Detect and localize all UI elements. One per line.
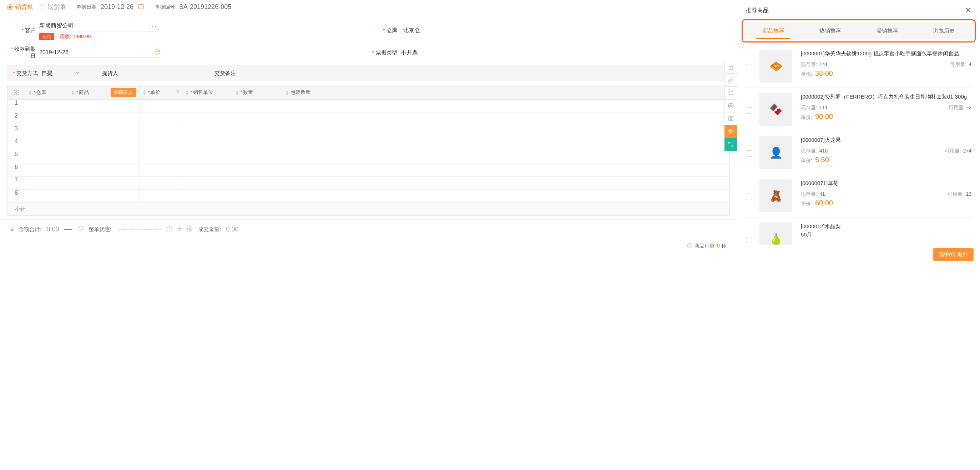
product-name: [00000071]草莓 <box>801 179 971 188</box>
discount-input[interactable] <box>118 229 161 229</box>
help-icon[interactable]: ? <box>176 89 179 96</box>
deal-amount-label: 成交金额: <box>198 226 221 233</box>
panel-title: 推荐商品 <box>746 7 769 14</box>
table-row[interactable]: 7 <box>8 177 729 190</box>
svg-rect-0 <box>138 5 143 9</box>
target-icon[interactable] <box>187 226 193 233</box>
product-name: [0000002]费列罗（FERRERO）巧克力礼盒装生日礼物礼盒装01-300… <box>801 93 971 101</box>
product-image: 🍐 <box>759 223 792 245</box>
amount-total-label: 金额合计: <box>19 226 41 233</box>
product-item: 🧇[0000001]华美华夫软饼1200g 糕点零食小吃手撕面包早餐休闲食品现存… <box>746 45 971 88</box>
svg-point-6 <box>189 228 191 229</box>
product-image: 🧇 <box>759 49 792 83</box>
paydate-field[interactable]: 2019-12-26 <box>39 48 154 57</box>
tab-1[interactable]: 热销推荐 <box>802 22 859 39</box>
product-count-label: 商品种类: <box>695 243 716 249</box>
calendar-icon[interactable] <box>154 49 161 56</box>
picker-field[interactable] <box>122 69 193 77</box>
product-checkbox[interactable] <box>746 107 752 113</box>
product-name: [0000012]水晶梨50斤 <box>801 223 971 239</box>
deal-amount-value: 0.00 <box>226 226 239 233</box>
product-item: 🧸[00000071]草莓现存量:41可用量:13单价:60.00 <box>746 174 971 218</box>
warehouse-field[interactable]: 北京仓 <box>401 25 472 36</box>
side-refund-icon[interactable] <box>724 99 737 112</box>
date-value[interactable]: 2019-12-26 <box>101 3 134 11</box>
product-checkbox[interactable] <box>746 237 752 243</box>
subtotal-label: 小计 <box>8 206 33 212</box>
table-row[interactable]: 4 <box>8 138 729 151</box>
discount-label: 整单优惠: <box>89 226 111 233</box>
svg-rect-1 <box>155 50 160 54</box>
invoice-type-field[interactable]: 不开票 <box>401 49 418 56</box>
help-icon[interactable] <box>166 226 173 233</box>
number-label: 单据编号 <box>155 4 175 10</box>
lock-icon[interactable] <box>77 226 84 233</box>
table-row[interactable]: 5 <box>8 151 729 164</box>
side-yen-icon[interactable] <box>724 112 737 125</box>
table-row[interactable]: 6 <box>8 164 729 177</box>
product-count-value: 0 <box>717 243 720 249</box>
product-checkbox[interactable] <box>746 64 752 70</box>
radio-sales-order[interactable]: 销货单 <box>7 3 33 11</box>
tab-0[interactable]: 新品推荐 <box>745 22 802 39</box>
list-icon <box>687 244 695 250</box>
product-name: [0000001]华美华夫软饼1200g 糕点零食小吃手撕面包早餐休闲食品 <box>801 49 971 58</box>
number-value: SA-20191226-005 <box>179 3 231 11</box>
chevron-down-icon[interactable] <box>74 70 81 77</box>
product-checkbox[interactable] <box>746 150 752 157</box>
tab-3[interactable]: 浏览历史 <box>916 22 973 39</box>
product-name: [0000007]火龙果 <box>801 136 971 144</box>
minus-icon: — <box>64 225 72 234</box>
equals-icon: = <box>178 225 182 234</box>
radio-return-order[interactable]: 退货单 <box>40 3 66 11</box>
side-sync-icon[interactable] <box>724 86 737 99</box>
product-image: 👤 <box>759 136 792 169</box>
amount-total-value: 0.00 <box>47 226 59 233</box>
side-link-icon[interactable] <box>724 73 737 86</box>
table-row[interactable]: 2 <box>8 113 729 125</box>
date-label: 单据日期 <box>76 4 96 10</box>
side-star-icon[interactable] <box>724 125 737 138</box>
product-checkbox[interactable] <box>746 194 752 200</box>
table-settings-icon[interactable] <box>8 85 25 99</box>
side-expand-icon[interactable] <box>724 138 737 151</box>
receivable-text: 应收: 1390.00 <box>58 33 91 39</box>
table-row[interactable]: 8 <box>8 190 729 202</box>
product-image: 🍫 <box>759 93 792 126</box>
customer-more-icon[interactable]: ··· <box>145 22 161 30</box>
svg-point-5 <box>188 226 193 231</box>
svg-point-2 <box>15 91 17 93</box>
tab-2[interactable]: 滞销推荐 <box>859 22 916 39</box>
product-item: 🍐[0000012]水晶梨50斤 <box>746 218 971 245</box>
delivery-method-select[interactable]: 自提 <box>41 70 53 77</box>
product-item: 🍫[0000002]费列罗（FERRERO）巧克力礼盒装生日礼物礼盒装01-30… <box>746 88 971 131</box>
calendar-icon[interactable] <box>138 3 144 11</box>
product-item: 👤[0000007]火龙果现存量:410可用量:274单价:5.50 <box>746 131 971 174</box>
table-row[interactable]: 1 <box>8 100 729 113</box>
product-image: 🧸 <box>759 179 792 212</box>
close-icon[interactable]: ✕ <box>965 6 971 14</box>
side-note-icon[interactable] <box>724 61 737 73</box>
scan-input-button[interactable]: 扫码录入 <box>111 88 136 97</box>
customer-field[interactable]: 新盛商贸公司 <box>39 21 145 31</box>
settle-badge: 现结 <box>39 33 54 40</box>
table-row[interactable]: 3 <box>8 125 729 138</box>
tabs-highlight-box: 新品推荐热销推荐滞销推荐浏览历史 <box>741 19 976 43</box>
select-return-button[interactable]: 选中(0) 返回 <box>933 248 974 261</box>
yen-icon: ¥ <box>11 226 14 233</box>
